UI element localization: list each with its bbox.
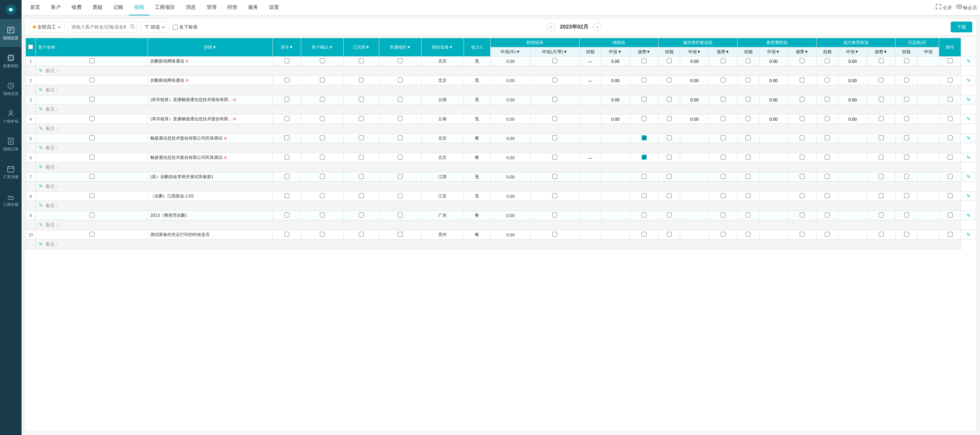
edu-apply-checkbox[interactable] [800, 78, 805, 83]
qing-checkbox[interactable] [320, 155, 325, 160]
confirm-checkbox[interactable] [359, 232, 364, 237]
chao-checkbox[interactable] [284, 97, 289, 102]
cheng-apply-checkbox[interactable] [721, 193, 726, 198]
edu-apply-checkbox[interactable] [800, 174, 805, 179]
edu-apply-checkbox[interactable] [800, 135, 805, 140]
zeng-fee-checkbox[interactable] [667, 174, 672, 179]
stamp-apply-checkbox[interactable] [948, 212, 953, 218]
sidebar-item-tax-record[interactable]: 报税记录 [0, 130, 22, 158]
row-checkbox[interactable] [89, 174, 94, 179]
paid-checkbox[interactable] [398, 174, 403, 179]
zeng-fee-checkbox[interactable] [667, 116, 672, 121]
chao-checkbox[interactable] [284, 78, 289, 83]
local-fee-checkbox[interactable] [904, 135, 909, 140]
zeng-fee-checkbox[interactable] [667, 232, 672, 237]
cheng-fee-checkbox[interactable] [746, 116, 751, 121]
zeng-apply-checkbox[interactable] [642, 193, 647, 198]
zeng-fee-checkbox[interactable] [667, 212, 672, 218]
note-edit-icon[interactable]: ✎ [39, 87, 43, 93]
stamp-apply-checkbox[interactable] [948, 174, 953, 179]
chao-checkbox[interactable] [284, 174, 289, 179]
edit-icon[interactable]: ✎ [967, 193, 971, 199]
zeng-fee-checkbox[interactable] [667, 135, 672, 140]
local-apply-checkbox[interactable] [879, 212, 884, 218]
local-apply-checkbox[interactable] [879, 174, 884, 179]
local-apply-checkbox[interactable] [879, 232, 884, 237]
row-checkbox[interactable] [89, 232, 94, 237]
row-checkbox[interactable] [89, 193, 94, 198]
zeng-apply-checkbox[interactable] [642, 212, 647, 218]
paid-checkbox[interactable] [398, 232, 403, 237]
sidebar-item-annual-settle[interactable]: 汇算清缴 [0, 158, 22, 186]
cheng-apply-checkbox[interactable] [721, 97, 726, 102]
chao-checkbox[interactable] [284, 193, 289, 198]
edu-fee-checkbox[interactable] [825, 97, 830, 102]
cheng-apply-checkbox[interactable] [721, 212, 726, 218]
confirm-checkbox[interactable] [359, 97, 364, 102]
nav-operation[interactable]: 经营 [222, 0, 243, 15]
cheng-apply-checkbox[interactable] [721, 135, 726, 140]
nav-tax[interactable]: 报税 [129, 0, 150, 15]
sidebar-item-tax-overview[interactable]: 报税总览 [0, 75, 22, 103]
local-fee-checkbox[interactable] [904, 212, 909, 218]
local-apply-checkbox[interactable] [879, 78, 884, 83]
nav-billing[interactable]: 收费 [66, 0, 87, 15]
cheng-apply-checkbox[interactable] [721, 78, 726, 83]
edu-apply-checkbox[interactable] [800, 97, 805, 102]
caibao-year-checkbox[interactable] [552, 232, 557, 237]
search-button[interactable] [130, 24, 135, 30]
local-apply-checkbox[interactable] [879, 58, 884, 63]
chao-checkbox[interactable] [284, 58, 289, 63]
caibao-year-checkbox[interactable] [552, 97, 557, 102]
stamp-apply-checkbox[interactable] [948, 58, 953, 63]
note-edit-icon[interactable]: ✎ [39, 184, 43, 189]
cheng-apply-checkbox[interactable] [721, 232, 726, 237]
zeng-fee-checkbox[interactable] [667, 193, 672, 198]
chao-checkbox[interactable] [284, 135, 289, 140]
paid-checkbox[interactable] [398, 135, 403, 140]
local-apply-checkbox[interactable] [879, 135, 884, 140]
edit-icon[interactable]: ✎ [967, 116, 971, 122]
caibao-year-checkbox[interactable] [552, 78, 557, 83]
confirm-checkbox[interactable] [359, 212, 364, 218]
nav-home[interactable]: 首页 [25, 0, 45, 15]
edit-icon[interactable]: ✎ [967, 155, 971, 160]
caibao-year-checkbox[interactable] [552, 155, 557, 160]
prev-month-button[interactable]: ‹ [547, 23, 555, 31]
edu-apply-checkbox[interactable] [800, 193, 805, 198]
edu-fee-checkbox[interactable] [825, 232, 830, 237]
edit-icon[interactable]: ✎ [967, 78, 971, 83]
local-fee-checkbox[interactable] [904, 116, 909, 121]
cheng-fee-checkbox[interactable] [746, 78, 751, 83]
local-fee-checkbox[interactable] [904, 193, 909, 198]
note-edit-icon[interactable]: ✎ [39, 106, 43, 112]
cheng-fee-checkbox[interactable] [746, 193, 751, 198]
edu-fee-checkbox[interactable] [825, 174, 830, 179]
qing-checkbox[interactable] [320, 58, 325, 63]
local-fee-checkbox[interactable] [904, 78, 909, 83]
caibao-year-checkbox[interactable] [552, 174, 557, 179]
named-list-checkbox[interactable] [173, 25, 178, 30]
nav-message[interactable]: 消息 [180, 0, 201, 15]
qing-checkbox[interactable] [320, 193, 325, 198]
nav-invoice[interactable]: 票据 [87, 0, 108, 15]
sidebar-item-tax-setting[interactable]: 报税设置 [0, 19, 22, 47]
chao-checkbox[interactable] [284, 116, 289, 121]
edit-icon[interactable]: ✎ [967, 135, 971, 141]
zeng-apply-checkbox[interactable] [642, 97, 647, 102]
note-edit-icon[interactable]: ✎ [39, 126, 43, 131]
edu-apply-checkbox[interactable] [800, 155, 805, 160]
row-checkbox[interactable] [89, 212, 94, 218]
local-apply-checkbox[interactable] [879, 155, 884, 160]
member-button[interactable]: 畅会员 [956, 4, 977, 11]
paid-checkbox[interactable] [398, 193, 403, 198]
stamp-apply-checkbox[interactable] [948, 155, 953, 160]
chao-checkbox[interactable] [284, 155, 289, 160]
local-fee-checkbox[interactable] [904, 232, 909, 237]
edu-apply-checkbox[interactable] [800, 232, 805, 237]
stamp-apply-checkbox[interactable] [948, 116, 953, 121]
nav-manage[interactable]: 管理 [201, 0, 222, 15]
local-fee-checkbox[interactable] [904, 155, 909, 160]
edit-icon[interactable]: ✎ [967, 212, 971, 218]
sidebar-item-business-annual[interactable]: 工商年报 [0, 186, 22, 214]
